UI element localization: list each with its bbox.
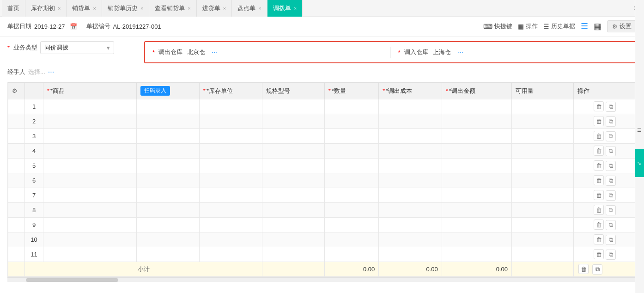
copy-row-button[interactable]: ⧉ bbox=[606, 102, 616, 112]
cell-cost[interactable] bbox=[379, 247, 442, 262]
cell-cost[interactable] bbox=[379, 203, 442, 218]
copy-row-button[interactable]: ⧉ bbox=[606, 205, 616, 215]
tab-close-transfer-order[interactable]: × bbox=[294, 6, 297, 11]
cell-product[interactable] bbox=[43, 232, 137, 247]
copy-row-button[interactable]: ⧉ bbox=[606, 146, 616, 156]
tab-transfer-order[interactable]: 调拨单 × bbox=[267, 0, 303, 17]
cell-amount[interactable] bbox=[442, 99, 511, 114]
tab-close-sales-history[interactable]: × bbox=[140, 6, 143, 11]
footer-copy-icon[interactable]: ⧉ bbox=[592, 264, 602, 275]
cell-cost[interactable] bbox=[379, 114, 442, 129]
cell-qty[interactable] bbox=[324, 144, 379, 159]
cell-amount[interactable] bbox=[442, 114, 511, 129]
cell-amount[interactable] bbox=[442, 129, 511, 144]
cell-qty[interactable] bbox=[324, 247, 379, 262]
operator-select[interactable]: 选择... bbox=[28, 68, 45, 76]
cell-amount[interactable] bbox=[442, 232, 511, 247]
tab-view-sales[interactable]: 查看销货单 × bbox=[149, 0, 196, 17]
tab-close-inventory-check[interactable]: × bbox=[258, 6, 261, 11]
layout1-button[interactable]: ☰ bbox=[581, 21, 588, 31]
sidebar-list-button[interactable]: ☰ bbox=[635, 116, 644, 144]
cell-qty[interactable] bbox=[324, 159, 379, 173]
footer-delete-icon[interactable]: 🗑 bbox=[578, 264, 589, 274]
cell-unit[interactable] bbox=[199, 173, 262, 188]
delete-row-button[interactable]: 🗑 bbox=[594, 220, 604, 230]
cell-spec[interactable] bbox=[262, 188, 324, 203]
cell-cost[interactable] bbox=[379, 129, 442, 144]
delete-row-button[interactable]: 🗑 bbox=[594, 146, 604, 156]
tab-home[interactable]: 首页 bbox=[2, 0, 25, 17]
cell-unit[interactable] bbox=[199, 144, 262, 159]
business-type-select[interactable]: 同价调拨 ▾ bbox=[40, 41, 114, 54]
copy-row-button[interactable]: ⧉ bbox=[606, 235, 616, 245]
cell-cost[interactable] bbox=[379, 232, 442, 247]
cell-qty[interactable] bbox=[324, 114, 379, 129]
cell-unit[interactable] bbox=[199, 247, 262, 262]
cell-cost[interactable] bbox=[379, 188, 442, 203]
cell-amount[interactable] bbox=[442, 203, 511, 218]
warehouse-in-more[interactable]: ··· bbox=[457, 48, 463, 56]
cell-unit[interactable] bbox=[199, 129, 262, 144]
settings-button[interactable]: ⚙ 设置 bbox=[607, 20, 637, 32]
delete-row-button[interactable]: 🗑 bbox=[594, 190, 604, 200]
copy-row-button[interactable]: ⧉ bbox=[606, 220, 616, 230]
copy-row-button[interactable]: ⧉ bbox=[606, 161, 616, 171]
tab-inventory-init[interactable]: 库存期初 × bbox=[25, 0, 67, 17]
cell-qty[interactable] bbox=[324, 203, 379, 218]
tab-inventory-check[interactable]: 盘点单 × bbox=[232, 0, 267, 17]
cell-product[interactable] bbox=[43, 159, 137, 173]
cell-qty[interactable] bbox=[324, 218, 379, 232]
cell-unit[interactable] bbox=[199, 188, 262, 203]
tab-close-view-sales[interactable]: × bbox=[188, 6, 190, 11]
shortcuts-button[interactable]: ⌨ 快捷键 bbox=[483, 22, 512, 31]
delete-row-button[interactable]: 🗑 bbox=[594, 234, 604, 244]
cell-cost[interactable] bbox=[379, 99, 442, 114]
history-button[interactable]: ☰ 历史单据 bbox=[543, 22, 575, 31]
cell-unit[interactable] bbox=[199, 218, 262, 232]
cell-unit[interactable] bbox=[199, 203, 262, 218]
tab-purchase-order[interactable]: 进货单 × bbox=[197, 0, 232, 17]
cell-product[interactable] bbox=[43, 203, 137, 218]
cell-spec[interactable] bbox=[262, 144, 324, 159]
copy-row-button[interactable]: ⧉ bbox=[606, 116, 616, 127]
operator-more[interactable]: ··· bbox=[48, 68, 54, 76]
cell-spec[interactable] bbox=[262, 129, 324, 144]
cell-unit[interactable] bbox=[199, 159, 262, 173]
cell-product[interactable] bbox=[43, 173, 137, 188]
cell-qty[interactable] bbox=[324, 173, 379, 188]
cell-spec[interactable] bbox=[262, 247, 324, 262]
cell-amount[interactable] bbox=[442, 144, 511, 159]
cell-cost[interactable] bbox=[379, 173, 442, 188]
tab-close-purchase-order[interactable]: × bbox=[223, 6, 226, 11]
cell-product[interactable] bbox=[43, 188, 137, 203]
cell-unit[interactable] bbox=[199, 114, 262, 129]
cell-spec[interactable] bbox=[262, 99, 324, 114]
cell-spec[interactable] bbox=[262, 232, 324, 247]
delete-row-button[interactable]: 🗑 bbox=[594, 131, 604, 141]
cell-spec[interactable] bbox=[262, 114, 324, 129]
cell-cost[interactable] bbox=[379, 144, 442, 159]
cell-amount[interactable] bbox=[442, 188, 511, 203]
copy-row-button[interactable]: ⧉ bbox=[606, 131, 616, 141]
delete-row-button[interactable]: 🗑 bbox=[594, 160, 604, 171]
tab-sales-order[interactable]: 销货单 × bbox=[67, 0, 102, 17]
cell-product[interactable] bbox=[43, 99, 137, 114]
cell-cost[interactable] bbox=[379, 218, 442, 232]
delete-row-button[interactable]: 🗑 bbox=[594, 101, 604, 111]
delete-row-button[interactable]: 🗑 bbox=[594, 205, 604, 215]
cell-amount[interactable] bbox=[442, 173, 511, 188]
warehouse-out-more[interactable]: ··· bbox=[212, 48, 218, 56]
cell-qty[interactable] bbox=[324, 99, 379, 114]
cell-unit[interactable] bbox=[199, 232, 262, 247]
cell-amount[interactable] bbox=[442, 159, 511, 173]
delete-row-button[interactable]: 🗑 bbox=[594, 175, 604, 185]
cell-spec[interactable] bbox=[262, 173, 324, 188]
cell-qty[interactable] bbox=[324, 232, 379, 247]
cell-amount[interactable] bbox=[442, 247, 511, 262]
copy-row-button[interactable]: ⧉ bbox=[606, 190, 616, 201]
cell-qty[interactable] bbox=[324, 129, 379, 144]
cell-product[interactable] bbox=[43, 129, 137, 144]
tab-close-sales-order[interactable]: × bbox=[93, 6, 96, 11]
cell-product[interactable] bbox=[43, 218, 137, 232]
layout2-button[interactable]: ▦ bbox=[594, 21, 601, 31]
